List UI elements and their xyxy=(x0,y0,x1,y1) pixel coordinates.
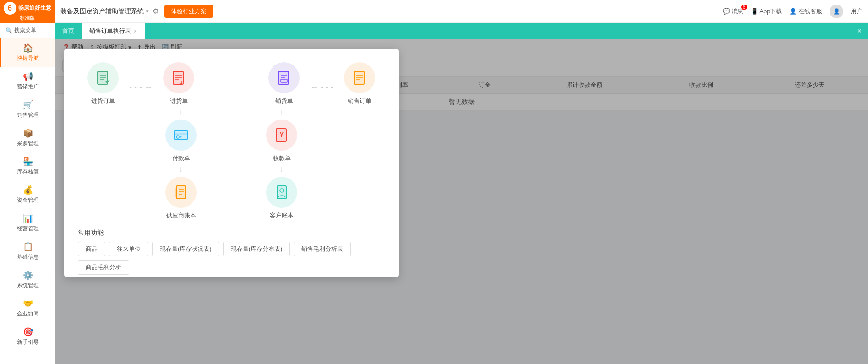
inventory-icon: 🏪 xyxy=(23,157,33,167)
header: 装备及固定资产辅助管理系统 ▾ ⚙ 体验行业方案 💬 6 消息 📱 App下载 … xyxy=(55,0,868,23)
customer-ledger-label: 客户账本 xyxy=(270,212,294,220)
sidebar-item-guide[interactable]: 🎯 新手引导 xyxy=(0,322,55,351)
sidebar-item-basic-info[interactable]: 📋 基础信息 xyxy=(0,237,55,266)
arrow-right-1: - - - → xyxy=(129,83,153,105)
sales-slip-circle xyxy=(268,62,300,93)
sidebar-item-finance[interactable]: 💰 资金管理 xyxy=(0,180,55,209)
exp-button[interactable]: 体验行业方案 xyxy=(164,5,213,18)
logo-text: 畅康通好生意 xyxy=(18,4,51,12)
finance-icon: 💰 xyxy=(23,185,33,195)
search-icon: 🔍 xyxy=(5,27,12,34)
svg-rect-28 xyxy=(176,186,186,199)
common-title: 常用功能 xyxy=(78,229,385,237)
logo-sub: 标准版 xyxy=(20,15,35,22)
common-btns: 商品 往来单位 现存量(库存状况表) 现存量(库存分布表) 销售毛利分析表 商品… xyxy=(78,242,385,275)
arrow-down-sales: ↓ xyxy=(257,107,307,117)
purchase-icon: 📦 xyxy=(23,128,33,138)
close-tab-icon[interactable]: × xyxy=(134,28,137,34)
common-btn-partner[interactable]: 往来单位 xyxy=(109,242,148,256)
basic-info-icon: 📋 xyxy=(23,242,33,252)
app-download-item[interactable]: 📱 App下载 xyxy=(751,7,782,16)
flow-section: 进货订单 - - - → xyxy=(64,49,399,229)
system-name: 装备及固定资产辅助管理系统 xyxy=(60,7,144,16)
close-all-tabs[interactable]: × xyxy=(851,27,868,35)
purchase-order-circle xyxy=(87,62,119,93)
message-item[interactable]: 💬 6 消息 xyxy=(723,7,744,16)
sidebar-item-marketing[interactable]: 📢 营销推广 xyxy=(0,67,55,95)
sidebar-item-quick-nav[interactable]: 🏠 快捷导航 xyxy=(0,38,55,67)
avatar-icon: 👤 xyxy=(833,8,840,15)
sidebar: 6 畅康通好生意 标准版 🔍 搜索菜单 🏠 快捷导航 📢 营销推广 🛒 销售管理… xyxy=(0,0,55,364)
home-icon: 🏠 xyxy=(23,43,33,53)
sales-order-circle xyxy=(344,62,375,93)
purchase-order-label: 进货订单 xyxy=(91,97,115,105)
customer-ledger-circle xyxy=(266,177,297,208)
marketing-icon: 📢 xyxy=(23,71,33,81)
sidebar-item-system[interactable]: ⚙️ 系统管理 xyxy=(0,266,55,294)
receipt-circle: ¥ xyxy=(266,120,297,151)
user-name: 用户 xyxy=(851,7,863,16)
flow-item-sales-slip[interactable]: 销货单 xyxy=(259,62,309,105)
common-btn-product-profit[interactable]: 商品毛利分析 xyxy=(78,260,129,275)
flow-item-supplier-ledger[interactable]: 供应商账本 xyxy=(156,177,206,220)
common-btn-product[interactable]: 商品 xyxy=(78,242,105,256)
service-icon: 👤 xyxy=(789,8,797,15)
arrow-down-purchase: ↓ xyxy=(156,107,206,117)
common-section: 常用功能 商品 往来单位 现存量(库存状况表) 现存量(库存分布表) 销售毛利分… xyxy=(64,229,399,277)
arrow-down-payment: ↓ xyxy=(156,164,206,174)
flow-item-customer-ledger[interactable]: 客户账本 xyxy=(257,177,307,220)
supplier-ledger-circle xyxy=(165,177,197,208)
payment-circle: ¥ xyxy=(165,120,197,151)
svg-rect-15 xyxy=(354,71,364,84)
settings-icon[interactable]: ⚙ xyxy=(153,7,159,16)
flow-item-receipt[interactable]: ¥ 收款单 xyxy=(257,120,307,163)
tab-home[interactable]: 首页 xyxy=(55,23,82,39)
tabs-bar: 首页 销售订单执行表 × × xyxy=(55,23,868,39)
guide-icon: 🎯 xyxy=(23,327,33,337)
online-service-item[interactable]: 👤 在线客服 xyxy=(789,7,822,16)
sales-icon: 🛒 xyxy=(23,100,33,110)
system-icon: ⚙️ xyxy=(23,270,33,280)
flow-item-sales-order[interactable]: 销售订单 xyxy=(334,62,385,105)
sidebar-item-purchase[interactable]: 📦 采购管理 xyxy=(0,124,55,152)
operation-icon: 📊 xyxy=(23,213,33,223)
collab-icon: 🤝 xyxy=(23,299,33,309)
common-btn-sales-profit[interactable]: 销售毛利分析表 xyxy=(294,242,351,256)
arrow-down-receipt: ↓ xyxy=(257,164,307,174)
tab-sales-order[interactable]: 销售订单执行表 × xyxy=(82,23,145,39)
header-right: 💬 6 消息 📱 App下载 👤 在线客服 👤 用户 xyxy=(723,5,863,18)
supplier-ledger-label: 供应商账本 xyxy=(166,212,196,220)
sidebar-item-sales[interactable]: 🛒 销售管理 xyxy=(0,95,55,124)
avatar[interactable]: 👤 xyxy=(830,5,843,18)
common-btn-stock-status[interactable]: 现存量(库存状况表) xyxy=(152,242,219,256)
dropdown-icon[interactable]: ▾ xyxy=(146,8,149,15)
flow-item-purchase-slip[interactable]: 进货单 xyxy=(153,62,204,105)
svg-text:¥: ¥ xyxy=(280,131,284,138)
common-btn-stock-dist[interactable]: 现存量(库存分布表) xyxy=(223,242,290,256)
payment-label: 付款单 xyxy=(172,154,190,163)
receipt-label: 收款单 xyxy=(273,154,291,163)
purchase-slip-label: 进货单 xyxy=(170,97,188,105)
logo: 6 畅康通好生意 标准版 xyxy=(0,0,55,23)
sidebar-item-collab[interactable]: 🤝 企业协同 xyxy=(0,294,55,322)
search-menu[interactable]: 🔍 搜索菜单 xyxy=(0,23,55,38)
sales-order-label: 销售订单 xyxy=(348,97,371,105)
arrow-left-1: ← - - - xyxy=(310,83,333,105)
sales-slip-label: 销货单 xyxy=(275,97,293,105)
flow-item-purchase-order[interactable]: 进货订单 xyxy=(78,62,128,105)
message-icon: 💬 xyxy=(723,8,730,15)
svg-text:¥: ¥ xyxy=(180,135,182,139)
sidebar-item-inventory[interactable]: 🏪 库存核算 xyxy=(0,152,55,180)
modal-overlay: 进货订单 - - - → xyxy=(55,39,868,364)
modal: 进货订单 - - - → xyxy=(64,49,399,277)
sidebar-item-operation[interactable]: 📊 经营管理 xyxy=(0,209,55,237)
app-icon: 📱 xyxy=(751,8,758,15)
svg-rect-30 xyxy=(175,188,177,197)
purchase-slip-circle xyxy=(163,62,194,93)
flow-item-payment[interactable]: ¥ 付款单 xyxy=(156,120,206,163)
sidebar-nav: 🏠 快捷导航 📢 营销推广 🛒 销售管理 📦 采购管理 🏪 库存核算 💰 资金管… xyxy=(0,38,55,364)
